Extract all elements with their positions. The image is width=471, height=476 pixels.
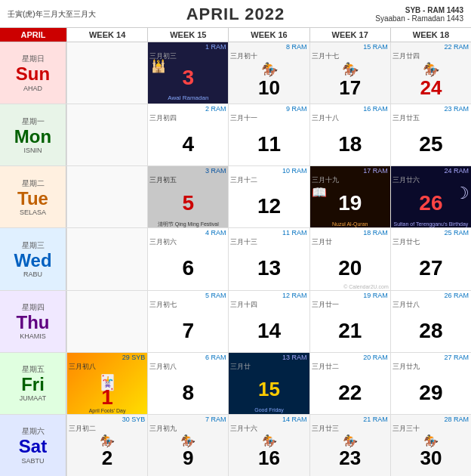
mon-w14 — [66, 104, 147, 165]
week17-header: WEEK 17 — [309, 28, 390, 42]
hijri-info: SYB - RAM 1443 Syaaban - Ramadan 1443 — [375, 6, 463, 23]
sun-w14 — [66, 42, 147, 104]
sat-w15: 7 RAM 三月初九 🏇 9 — [147, 415, 228, 476]
sat-w18: 28 RAM 三月三十 🏇 30 — [390, 415, 471, 476]
tuesday-row: 星期二 Tue SELASA 3 RAM 三月初五 5 清明节 Qing Min… — [0, 166, 471, 228]
fri-w16-goodfriday: 13 RAM 三月廿 15 Good Friday — [228, 353, 309, 414]
thu-w16: 12 RAM 三月十四 14 — [228, 291, 309, 352]
saturday-row: 星期六 Sat SABTU 30 SYB 三月初二 🏇 2 7 RAM 三月初九… — [0, 415, 471, 476]
fri-w15: 6 RAM 三月初八 8 — [147, 353, 228, 414]
mon-w15: 2 RAM 三月初四 4 — [147, 104, 228, 165]
fri-w17: 20 RAM 三月廿二 22 — [309, 353, 390, 414]
month-year-title: APRIL 2022 — [186, 5, 285, 24]
calendar-header: 壬寅(虎)年三月大至三月大 APRIL 2022 SYB - RAM 1443 … — [0, 0, 471, 28]
monday-row: 星期一 Mon ISNIN 2 RAM 三月初四 4 9 RAM 三月十一 11… — [0, 104, 471, 166]
calendar-wrapper: 壬寅(虎)年三月大至三月大 APRIL 2022 SYB - RAM 1443 … — [0, 0, 471, 476]
fri-w18: 27 RAM 三月廿九 29 — [390, 353, 471, 414]
sun-w15-ram: 1 RAM — [148, 42, 228, 52]
sun-eng: Sun — [16, 64, 50, 84]
saturday-label: 星期六 Sat SABTU — [0, 415, 66, 476]
monday-label: 星期一 Mon ISNIN — [0, 104, 66, 165]
tue-w16: 10 RAM 三月十二 12 — [228, 166, 309, 227]
week18-header: WEEK 18 — [390, 28, 471, 42]
sat-w14: 30 SYB 三月初二 🏇 2 — [66, 415, 147, 476]
wed-w17: 18 RAM 三月廿 20 © Calendar2U.com — [309, 228, 390, 289]
thursday-row: 星期四 Thu KHAMIS 5 RAM 三月初七 7 12 RAM 三月十四 … — [0, 291, 471, 353]
sunday-label: 星期日 Sun AHAD — [0, 42, 66, 104]
sun-w18: 22 RAM 三月廿四 🏇 24 — [390, 42, 471, 104]
friday-label: 星期五 Fri JUMAAT — [0, 353, 66, 414]
wed-w16: 11 RAM 三月十三 13 — [228, 228, 309, 289]
week15-header: WEEK 15 — [147, 28, 228, 42]
wednesday-row: 星期三 Wed RABU 4 RAM 三月初六 6 11 RAM 三月十三 13… — [0, 228, 471, 290]
sun-w15-event: Awal Ramadan — [148, 95, 228, 104]
sun-chinese: 星期日 — [22, 54, 45, 64]
sun-w15-awal: 1 RAM 三月初三 🕌 3 Awal Ramadan — [147, 42, 228, 104]
mon-w17: 16 RAM 三月十八 18 — [309, 104, 390, 165]
week14-header: WEEK 14 — [66, 28, 147, 42]
thu-w17: 19 RAM 三月廿一 21 — [309, 291, 390, 352]
calendar-body: 星期日 Sun AHAD 1 RAM 三月初三 🕌 3 Awal Ramadan… — [0, 42, 471, 476]
tue-w17-nuzul: 17 RAM 三月十九 📖 19 Nuzul Al-Quran — [309, 166, 390, 227]
chinese-year: 壬寅(虎)年三月大至三月大 — [8, 9, 96, 20]
sat-w17: 21 RAM 三月廿三 🏇 23 — [309, 415, 390, 476]
tuesday-label: 星期二 Tue SELASA — [0, 166, 66, 227]
friday-row: 星期五 Fri JUMAAT 29 SYB 三月初八 🃏 1 April Foo… — [0, 353, 471, 415]
sun-w16: 8 RAM 三月初十 🏇 10 — [228, 42, 309, 104]
mon-w18: 23 RAM 三月廿五 25 — [390, 104, 471, 165]
watermark-wed: © Calendar2U.com — [343, 284, 389, 289]
tue-w15-qingming: 3 RAM 三月初五 5 清明节 Qing Ming Festival — [147, 166, 228, 227]
sunday-row: 星期日 Sun AHAD 1 RAM 三月初三 🕌 3 Awal Ramadan… — [0, 42, 471, 104]
thu-w18: 26 RAM 三月廿八 28 — [390, 291, 471, 352]
thu-w14 — [66, 291, 147, 352]
wed-w15: 4 RAM 三月初六 6 — [147, 228, 228, 289]
week16-header: WEEK 16 — [228, 28, 309, 42]
tue-w14 — [66, 166, 147, 227]
fri-w14-aprilfools: 29 SYB 三月初八 🃏 1 April Fools' Day — [66, 353, 147, 414]
sun-w15-num: 3 — [183, 67, 195, 88]
sun-w17: 15 RAM 三月十七 🏇 17 — [309, 42, 390, 104]
sun-malay: AHAD — [23, 85, 42, 92]
tue-w18-sultan: 24 RAM 三月廿六 ☽ 26 Sultan of Terengganu's … — [390, 166, 471, 227]
april-col-header: APRIL — [0, 28, 66, 42]
mon-w16: 9 RAM 三月十一 11 — [228, 104, 309, 165]
wednesday-label: 星期三 Wed RABU — [0, 228, 66, 289]
thu-w15: 5 RAM 三月初七 7 — [147, 291, 228, 352]
wed-w14 — [66, 228, 147, 289]
wed-w18: 25 RAM 三月廿七 27 — [390, 228, 471, 289]
sat-w16: 14 RAM 三月十六 🏇 16 — [228, 415, 309, 476]
week-header-row: APRIL WEEK 14 WEEK 15 WEEK 16 WEEK 17 WE… — [0, 28, 471, 42]
thursday-label: 星期四 Thu KHAMIS — [0, 291, 66, 352]
